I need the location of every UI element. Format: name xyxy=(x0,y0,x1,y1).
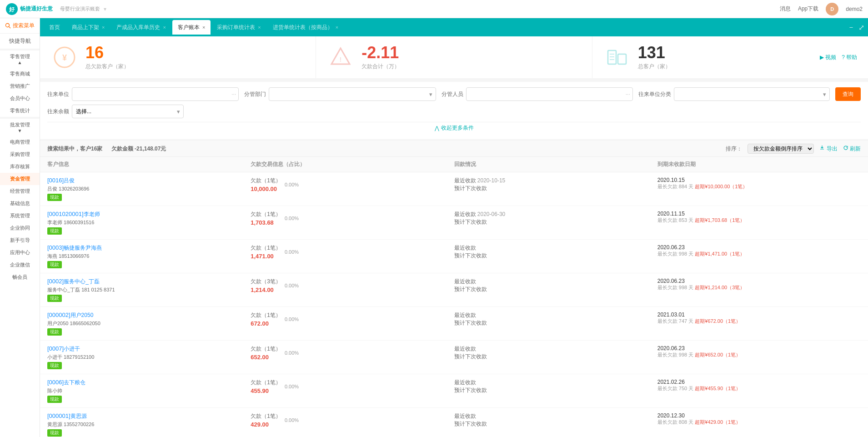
refresh-btn[interactable]: 刷新 xyxy=(843,145,861,153)
sidebar-item-batch-mgmt[interactable]: 批发管理 ▼ xyxy=(0,119,40,136)
sidebar-label: 采购管理 xyxy=(10,151,30,158)
debt-amount[interactable]: 455.90 xyxy=(251,387,281,394)
tab-products-off[interactable]: 商品上下架 × xyxy=(66,20,110,35)
balance-select-wrapper[interactable]: 选择... xyxy=(72,105,184,118)
dept-select[interactable] xyxy=(269,87,436,101)
help-btn[interactable]: ? 帮助 xyxy=(842,54,857,61)
customer-name[interactable]: 吕俊 xyxy=(64,177,75,184)
tab-purchase-stat[interactable]: 进货单统计表（按商品） × xyxy=(267,20,344,35)
filter-from-unit: 往来单位 ··· xyxy=(47,87,239,101)
sidebar-item-retail-mgmt[interactable]: 零售管理 ▲ xyxy=(0,50,40,68)
manager-input[interactable] xyxy=(466,87,633,101)
sidebar-item-warehouse[interactable]: 库存核算 xyxy=(0,161,40,173)
overdue-amount[interactable]: 超期¥10,000.00（1笔） xyxy=(695,184,748,189)
minimize-btn[interactable]: － xyxy=(848,23,855,32)
sidebar-item-purchase[interactable]: 采购管理 xyxy=(0,148,40,161)
sidebar-item-newbie[interactable]: 新手引导 xyxy=(0,234,40,246)
debt-amount[interactable]: 429.00 xyxy=(251,421,281,428)
sidebar-item-ecom[interactable]: 电商管理 xyxy=(0,136,40,148)
sidebar-item-app-center[interactable]: 应用中心 xyxy=(0,246,40,259)
sort-label: 排序： xyxy=(726,145,742,153)
customer-name[interactable]: 用户2050 xyxy=(70,312,94,318)
debt-amount[interactable]: 652.00 xyxy=(251,354,281,361)
debt-amount[interactable]: 10,000.00 xyxy=(251,186,281,192)
sidebar-item-corp-collab[interactable]: 企业协同 xyxy=(0,222,40,234)
total-customers-info: 131 总客户（家） xyxy=(638,45,671,70)
customer-name[interactable]: 畅捷服务尹海燕 xyxy=(64,245,102,251)
sidebar-item-ops-mgmt[interactable]: 经营管理 xyxy=(0,185,40,197)
close-icon[interactable]: × xyxy=(258,25,261,30)
video-btn[interactable]: ▶ 视频 xyxy=(820,54,836,61)
owing-customers-label: 总欠款客户（家） xyxy=(85,63,129,70)
sidebar-search-area[interactable]: 搜索菜单 xyxy=(0,18,40,34)
customer-name[interactable]: 黄思源 xyxy=(70,413,87,419)
collapse-label: 收起更多条件 xyxy=(441,124,474,132)
overdue-amount[interactable]: 超期¥652.00（1笔） xyxy=(695,352,741,357)
debt-pct: 0.00% xyxy=(285,216,299,221)
overdue-amount[interactable]: 超期¥455.90（1笔） xyxy=(695,386,741,391)
recovery-info: 最近收款 2020-10-15 xyxy=(454,177,657,185)
arrow-icon: ▲ xyxy=(18,60,22,65)
cell-recovery: 最近收款 预计下次收款 xyxy=(454,412,657,428)
sidebar-item-quick-nav[interactable]: 快捷导航 xyxy=(0,34,40,49)
customer-name[interactable]: 小进干 xyxy=(64,346,80,352)
sidebar-item-member[interactable]: 会员中心 xyxy=(0,92,40,105)
sidebar-item-base-info[interactable]: 基础信息 xyxy=(0,197,40,210)
debt-pct: 0.00% xyxy=(285,249,299,255)
tab-customer-account[interactable]: 客户账本 × xyxy=(172,20,211,35)
close-icon[interactable]: × xyxy=(163,25,166,30)
dept-select-wrapper[interactable] xyxy=(269,87,436,101)
sidebar-item-corp-wechat[interactable]: 企业微信 xyxy=(0,259,40,271)
sidebar-label: 电商管理 xyxy=(10,139,30,146)
overdue-amount[interactable]: 超期¥429.00（1笔） xyxy=(695,419,741,425)
next-payment: 预计下次收款 xyxy=(454,387,657,394)
recovery-info: 最近收款 2020-06-30 xyxy=(454,211,657,218)
sidebar-item-sys-mgmt[interactable]: 系统管理 xyxy=(0,210,40,222)
debt-amount[interactable]: 1,471.00 xyxy=(251,253,281,260)
close-icon[interactable]: × xyxy=(102,25,105,30)
customer-contact: 吕俊 13026203696 xyxy=(47,186,251,192)
sidebar-item-retail-stat[interactable]: 零售统计 xyxy=(0,105,40,117)
sidebar-item-fund-mgmt[interactable]: 资金管理 xyxy=(0,173,40,185)
overdue-amount[interactable]: 超期¥672.00（1笔） xyxy=(695,318,741,324)
maximize-btn[interactable]: ⤢ xyxy=(858,23,864,32)
tab-prod-history[interactable]: 产成品入库单历史 × xyxy=(111,20,171,35)
debt-amount[interactable]: 1,214.00 xyxy=(251,286,281,293)
page-content: ¥ 16 总欠款客户（家） ! xyxy=(40,36,868,437)
overdue-amount[interactable]: 超期¥1,471.00（1笔） xyxy=(695,251,745,256)
customer-name[interactable]: 李老师 xyxy=(84,211,100,217)
balance-select[interactable]: 选择... xyxy=(72,105,184,118)
unit-category-select[interactable] xyxy=(674,87,830,101)
export-btn[interactable]: 导出 xyxy=(819,145,837,153)
cell-due-date: 2021.02.26 最长欠款 750 天 超期¥455.90（1笔） xyxy=(657,379,861,392)
sidebar-item-vip-member[interactable]: 畅会员 xyxy=(0,271,40,283)
app-download-btn[interactable]: App下载 xyxy=(798,5,818,13)
user-avatar[interactable]: D xyxy=(826,3,838,15)
due-date: 2020.10.15 xyxy=(657,177,861,183)
tab-label: 商品上下架 xyxy=(72,24,99,31)
svg-line-3 xyxy=(9,27,10,28)
tab-home[interactable]: 首页 xyxy=(44,20,65,35)
overdue-amount[interactable]: 超期¥1,703.68（1笔） xyxy=(695,217,745,223)
sidebar-item-marketing[interactable]: 营销推广 xyxy=(0,80,40,92)
video-icon: ▶ xyxy=(820,54,824,60)
close-icon[interactable]: × xyxy=(336,25,338,30)
quick-nav-label: 快捷导航 xyxy=(9,38,31,44)
sidebar-item-retail-store[interactable]: 零售商城 xyxy=(0,68,40,80)
overdue-amount[interactable]: 超期¥1,214.00（3笔） xyxy=(695,285,745,290)
search-button[interactable]: 查询 xyxy=(835,87,861,101)
sort-select[interactable]: 按欠款金额倒序排序 xyxy=(748,144,814,154)
tab-purchase-order[interactable]: 采购订单统计表 × xyxy=(211,20,266,35)
dropdown-indicator[interactable]: ▾ xyxy=(104,6,106,12)
unit-category-select-wrapper[interactable] xyxy=(674,87,830,101)
close-icon[interactable]: × xyxy=(202,25,205,30)
debt-amount[interactable]: 1,703.68 xyxy=(251,219,281,226)
customer-name[interactable]: 服务中心_丁磊 xyxy=(64,278,100,285)
debt-amount[interactable]: 672.00 xyxy=(251,320,281,327)
messages-btn[interactable]: 消息 xyxy=(780,5,791,13)
collapse-btn[interactable]: ⋀ 收起更多条件 xyxy=(47,122,861,134)
debt-pct: 0.00% xyxy=(285,316,299,322)
customer-name[interactable]: 去下粮仓 xyxy=(64,379,85,386)
from-unit-input[interactable] xyxy=(72,87,239,101)
cell-recovery: 最近收款 预计下次收款 xyxy=(454,379,657,394)
